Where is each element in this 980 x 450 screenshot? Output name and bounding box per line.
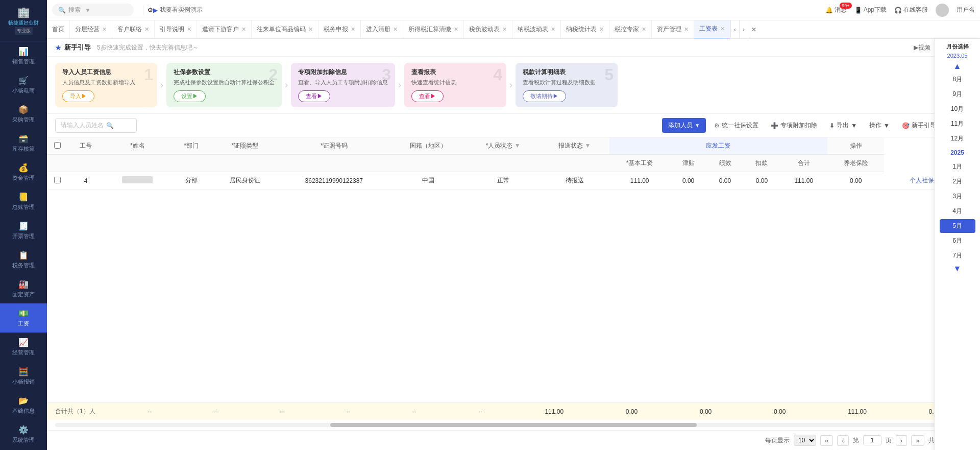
step-import-btn[interactable]: 导入▶ — [62, 90, 94, 102]
personal-insurance-link[interactable]: 个人社保 — [910, 177, 934, 184]
step-view-btn-3[interactable]: 查看▶ — [298, 90, 330, 102]
special-deduction-label: 专项附加扣除 — [780, 121, 817, 130]
sidebar-item-purchase[interactable]: 📦 采购管理 — [0, 100, 47, 129]
sidebar-item-invoice[interactable]: 🧾 开票管理 — [0, 216, 47, 245]
tab-tax-expert[interactable]: 税控专家 ✕ — [609, 20, 652, 39]
export-btn[interactable]: ⬇ 导出 ▼ — [825, 119, 861, 132]
tab-tax-dynamic[interactable]: 纳税波动表 ✕ — [512, 20, 561, 39]
tab-close-icon[interactable]: ✕ — [684, 26, 689, 33]
tab-close-icon[interactable]: ✕ — [502, 26, 507, 33]
select-all-checkbox[interactable] — [54, 142, 61, 149]
tab-close-icon[interactable]: ✕ — [393, 26, 398, 33]
month-item-7[interactable]: 7月 — [940, 249, 975, 263]
tab-tax-declare[interactable]: 税务申报 ✕ — [318, 20, 361, 39]
tab-close-icon[interactable]: ✕ — [642, 26, 646, 33]
tab-close-icon[interactable]: ✕ — [454, 26, 458, 33]
tab-close-icon[interactable]: ✕ — [241, 26, 246, 33]
sidebar-item-tax[interactable]: 📋 税务管理 — [0, 245, 47, 274]
sidebar-item-system[interactable]: ⚙️ 系统管理 — [0, 420, 47, 449]
month-item-1[interactable]: 1月 — [940, 160, 975, 174]
tab-close-icon[interactable]: ✕ — [308, 26, 313, 33]
sidebar-item-basic-info[interactable]: 📂 基础信息 — [0, 391, 47, 420]
row-dept: 分部 — [171, 172, 212, 190]
tab-close-icon[interactable]: ✕ — [144, 26, 149, 33]
last-page-btn[interactable]: » — [911, 435, 924, 446]
month-item-11[interactable]: 11月 — [940, 117, 975, 131]
month-down-btn[interactable]: ▼ — [953, 264, 962, 273]
tab-home[interactable]: 首页 — [47, 20, 70, 39]
tab-close-icon[interactable]: ✕ — [351, 26, 355, 33]
step-pending-btn[interactable]: 敬请期待▶ — [523, 90, 566, 102]
sidebar-item-inventory[interactable]: 🗃️ 库存核算 — [0, 129, 47, 158]
tab-stratified[interactable]: 分层经营 ✕ — [70, 20, 112, 39]
sidebar-item-reimbursement[interactable]: 🧮 小畅报销 — [0, 362, 47, 391]
next-page-btn[interactable]: › — [896, 435, 907, 446]
tab-nav-prev[interactable]: ‹ — [730, 20, 739, 39]
tab-close-icon[interactable]: ✕ — [187, 26, 191, 33]
th-status: *人员状态 ▼ — [467, 137, 540, 155]
guide-subtitle: 5步快速完成设置，快去完善信息吧～ — [97, 43, 199, 52]
tab-close-icon[interactable]: ✕ — [720, 26, 725, 32]
sidebar-item-ledger[interactable]: 📒 总账管理 — [0, 187, 47, 216]
tab-income-tax[interactable]: 所得税汇算清缴 ✕ — [403, 20, 464, 39]
month-item-4[interactable]: 4月 — [940, 204, 975, 218]
settings-btn[interactable]: ⚙ — [148, 7, 153, 14]
month-item-12[interactable]: 12月 — [940, 132, 975, 146]
sidebar-item-sales[interactable]: 📊 销售管理 — [0, 41, 47, 70]
month-item-2[interactable]: 2月 — [940, 175, 975, 188]
month-item-10[interactable]: 10月 — [940, 102, 975, 116]
sidebar-item-operations[interactable]: 📈 经营管理 — [0, 333, 47, 362]
app-download-btn[interactable]: 📱 App下载 — [854, 6, 887, 14]
tab-invite[interactable]: 邀请下游客户 ✕ — [197, 20, 252, 39]
user-name[interactable]: 用户名 — [957, 6, 975, 14]
tab-close-icon[interactable]: ✕ — [599, 26, 604, 33]
sidebar-item-payroll[interactable]: 💵 工资 — [0, 303, 47, 333]
month-item-8[interactable]: 8月 — [940, 73, 975, 86]
employee-search[interactable]: 请输入人员姓名 🔍 — [55, 118, 137, 133]
tab-close-icon[interactable]: ✕ — [102, 26, 107, 33]
message-btn[interactable]: 🔔 消息 99+ — [825, 6, 847, 14]
tab-close-all[interactable]: ✕ — [748, 20, 760, 39]
demo-link[interactable]: ▶ 我要看实例演示 — [153, 6, 203, 14]
prev-page-btn[interactable]: ‹ — [837, 435, 848, 446]
page-number-input[interactable] — [863, 435, 881, 445]
report-filter-icon[interactable]: ▼ — [584, 142, 591, 149]
tab-guide-desc[interactable]: 引导说明 ✕ — [155, 20, 197, 39]
operation-btn[interactable]: 操作 ▼ — [865, 119, 894, 132]
horizontal-scrollbar[interactable] — [55, 423, 972, 427]
step-view-btn-4[interactable]: 查看▶ — [411, 90, 444, 102]
row-checkbox[interactable] — [54, 177, 61, 183]
sidebar-item-assets[interactable]: 🏭 固定资产 — [0, 274, 47, 303]
tab-label: 邀请下游客户 — [202, 25, 239, 34]
status-filter-icon[interactable]: ▼ — [514, 142, 521, 149]
tab-codes[interactable]: 往来单位商品编码 ✕ — [252, 20, 318, 39]
th-job-num: 工号 — [67, 137, 104, 155]
sidebar-item-finance[interactable]: 💰 资金管理 — [0, 158, 47, 187]
page-size-select[interactable]: 10 20 50 — [794, 435, 816, 446]
user-avatar[interactable] — [936, 4, 949, 17]
step-settings-btn[interactable]: 设置▶ — [174, 90, 206, 102]
tab-clearance[interactable]: 进入清册 ✕ — [361, 20, 403, 39]
row-checkbox-cell — [47, 172, 67, 190]
tab-payroll[interactable]: 工资表 ✕ — [694, 20, 730, 39]
month-item-5[interactable]: 5月 — [940, 219, 975, 233]
month-up-btn[interactable]: ▲ — [953, 62, 962, 71]
tab-asset-mgmt[interactable]: 资产管理 ✕ — [652, 20, 694, 39]
header-search[interactable]: 🔍 搜索 ▼ — [52, 4, 134, 16]
month-item-9[interactable]: 9月 — [940, 87, 975, 101]
tab-tax-stats[interactable]: 纳税统计表 ✕ — [561, 20, 609, 39]
online-service-btn[interactable]: 🎧 在线客服 — [894, 6, 928, 14]
tab-close-icon[interactable]: ✕ — [551, 26, 555, 33]
tab-nav-next[interactable]: › — [739, 20, 748, 39]
month-item-6[interactable]: 6月 — [940, 234, 975, 248]
add-employee-btn[interactable]: 添加人员 ▼ — [662, 118, 706, 133]
special-deduction-btn[interactable]: ➕ 专项附加扣除 — [767, 119, 821, 132]
tab-tax-burden[interactable]: 税负波动表 ✕ — [464, 20, 512, 39]
sidebar-item-ecommerce[interactable]: 🛒 小畅电商 — [0, 70, 47, 100]
first-page-btn[interactable]: « — [820, 435, 833, 446]
tab-customer[interactable]: 客户联络 ✕ — [112, 20, 155, 39]
social-insurance-settings-btn[interactable]: ⚙ 统一社保设置 — [710, 119, 763, 132]
month-item-3[interactable]: 3月 — [940, 190, 975, 203]
arrow-icon-4: › — [506, 80, 516, 90]
guide-video-btn[interactable]: ▶ 视频 — [914, 43, 930, 52]
